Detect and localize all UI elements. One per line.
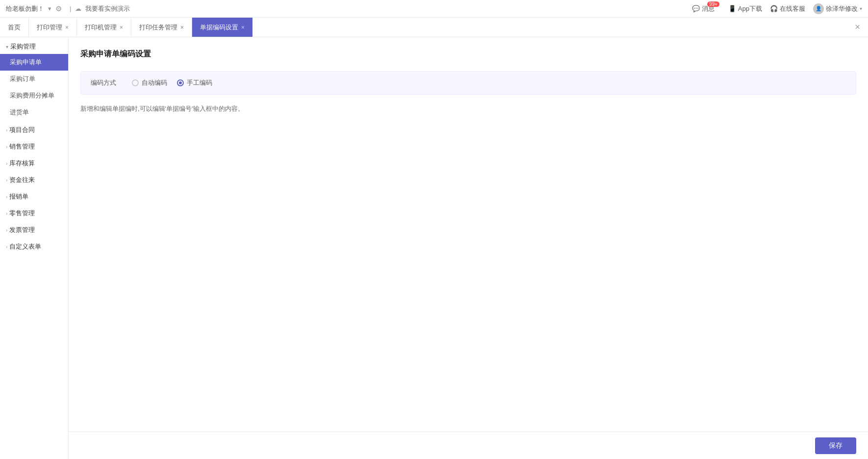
sidebar-group-inventory-label: 库存核算 <box>9 159 35 168</box>
sidebar-group-custom-form-label: 自定义表单 <box>9 242 41 251</box>
tab-single-code-close[interactable]: × <box>241 24 245 31</box>
collapse-arrow-invoice-icon: › <box>6 228 7 233</box>
sidebar-group-invoice-label: 发票管理 <box>9 226 35 234</box>
tab-printer-mgmt-label: 打印机管理 <box>85 23 117 32</box>
headset-icon: 🎧 <box>770 5 778 12</box>
message-icon: 💬 <box>692 5 700 12</box>
sidebar-group-funds: › 资金往来 <box>0 171 68 187</box>
auto-code-label: 自动编码 <box>142 78 167 87</box>
sidebar-group-invoice: › 发票管理 <box>0 221 68 237</box>
demo-icon: ☁ <box>75 5 81 12</box>
sidebar-group-purchase-label: 采购管理 <box>10 42 36 51</box>
message-badge: 99+ <box>707 1 719 7</box>
app-download-label: App下载 <box>738 4 762 13</box>
top-bar-left: 给老板勿删！ ▾ ⚙ | ☁ 我要看实例演示 <box>6 4 130 13</box>
manual-code-option[interactable]: 手工编码 <box>177 78 212 87</box>
sidebar-item-stock-in[interactable]: 进货单 <box>0 104 68 121</box>
demo-link[interactable]: 我要看实例演示 <box>85 4 130 13</box>
coding-method-label: 编码方式 <box>91 78 116 87</box>
tab-single-code[interactable]: 单据编码设置 × <box>192 18 253 37</box>
tab-print-task-close[interactable]: × <box>180 24 184 31</box>
user-dropdown-icon: ▾ <box>860 6 862 11</box>
collapse-arrow-retail-icon: › <box>6 211 7 216</box>
save-button[interactable]: 保存 <box>815 437 856 454</box>
hint-text: 新增和编辑单据编时,可以编辑'单据编号'输入框中的内容。 <box>80 104 856 113</box>
sidebar-group-purchase-title[interactable]: ▾ 采购管理 <box>0 37 68 54</box>
tab-printer-mgmt-close[interactable]: × <box>120 24 123 31</box>
tab-home-label: 首页 <box>8 23 21 32</box>
collapse-arrow-sales-icon: › <box>6 144 7 150</box>
sidebar-item-purchase-expense-label: 采购费用分摊单 <box>10 92 54 99</box>
auto-code-option[interactable]: 自动编码 <box>132 78 167 87</box>
collapse-arrow-custom-icon: › <box>6 244 7 250</box>
sidebar-group-returns-title[interactable]: › 报销单 <box>0 187 68 204</box>
tab-print-mgmt-close[interactable]: × <box>65 24 69 31</box>
sidebar-group-custom-form-title[interactable]: › 自定义表单 <box>0 237 68 254</box>
message-button[interactable]: 💬 消息 99+ <box>692 4 715 13</box>
tab-print-mgmt[interactable]: 打印管理 × <box>29 18 77 37</box>
avatar: 👤 <box>813 3 824 14</box>
sidebar-group-custom-form: › 自定义表单 <box>0 237 68 254</box>
dropdown-arrow-icon[interactable]: ▾ <box>48 5 51 12</box>
sidebar-group-inventory-title[interactable]: › 库存核算 <box>0 154 68 171</box>
auto-code-radio[interactable] <box>132 79 139 86</box>
tab-print-task-label: 打印任务管理 <box>139 23 177 32</box>
sidebar-group-purchase: ▾ 采购管理 采购申请单 采购订单 采购费用分摊单 进货单 <box>0 37 68 121</box>
app-icon: 📱 <box>728 5 736 12</box>
sidebar-group-invoice-title[interactable]: › 发票管理 <box>0 221 68 237</box>
coding-method-radio-group: 自动编码 手工编码 <box>132 78 212 87</box>
sidebar: ▾ 采购管理 采购申请单 采购订单 采购费用分摊单 进货单 › 项目合同 <box>0 37 69 459</box>
app-download-button[interactable]: 📱 App下载 <box>728 4 762 13</box>
sidebar-group-retail: › 零售管理 <box>0 204 68 221</box>
content-area: 采购申请单编码设置 编码方式 自动编码 手工编码 新增和编辑单据编时,可以编辑'… <box>69 37 868 459</box>
sidebar-group-funds-label: 资金往来 <box>9 176 35 184</box>
sidebar-item-purchase-request[interactable]: 采购申请单 <box>0 54 68 71</box>
page-title: 采购申请单编码设置 <box>80 49 856 59</box>
collapse-arrow-icon: ▾ <box>6 44 8 50</box>
sidebar-item-purchase-expense[interactable]: 采购费用分摊单 <box>0 87 68 104</box>
tab-printer-mgmt[interactable]: 打印机管理 × <box>77 18 131 37</box>
user-menu[interactable]: 👤 徐泽华修改 ▾ <box>813 3 862 14</box>
sidebar-item-stock-in-label: 进货单 <box>10 108 29 116</box>
sidebar-item-purchase-order[interactable]: 采购订单 <box>0 71 68 87</box>
customer-service-label: 在线客服 <box>780 4 805 13</box>
gear-icon[interactable]: ⚙ <box>55 4 62 13</box>
content-body: 采购申请单编码设置 编码方式 自动编码 手工编码 新增和编辑单据编时,可以编辑'… <box>69 37 868 432</box>
collapse-arrow-funds-icon: › <box>6 178 7 183</box>
sidebar-group-returns-label: 报销单 <box>9 192 28 201</box>
collapse-arrow-returns-icon: › <box>6 194 7 200</box>
sidebar-group-project-contract-label: 项目合同 <box>9 126 35 134</box>
tab-single-code-label: 单据编码设置 <box>200 23 238 32</box>
collapse-arrow-right-icon: › <box>6 128 7 133</box>
collapse-arrow-inventory-icon: › <box>6 161 7 166</box>
sidebar-group-sales: › 销售管理 <box>0 137 68 154</box>
manual-code-radio[interactable] <box>177 79 184 86</box>
main-layout: ▾ 采购管理 采购申请单 采购订单 采购费用分摊单 进货单 › 项目合同 <box>0 37 868 459</box>
user-name: 徐泽华修改 <box>826 4 858 13</box>
sidebar-group-project-contract: › 项目合同 <box>0 121 68 137</box>
content-footer: 保存 <box>69 432 868 459</box>
top-bar: 给老板勿删！ ▾ ⚙ | ☁ 我要看实例演示 💬 消息 99+ 📱 App下载 … <box>0 0 868 18</box>
coding-method-section: 编码方式 自动编码 手工编码 <box>80 71 856 95</box>
customer-service-button[interactable]: 🎧 在线客服 <box>770 4 805 13</box>
manual-code-label: 手工编码 <box>187 78 212 87</box>
tab-bar: 首页 打印管理 × 打印机管理 × 打印任务管理 × 单据编码设置 × × <box>0 18 868 37</box>
sidebar-item-purchase-request-label: 采购申请单 <box>10 58 42 66</box>
tab-print-task[interactable]: 打印任务管理 × <box>131 18 192 37</box>
sidebar-group-inventory: › 库存核算 <box>0 154 68 171</box>
top-bar-right: 💬 消息 99+ 📱 App下载 🎧 在线客服 👤 徐泽华修改 ▾ <box>692 3 862 14</box>
tab-print-mgmt-label: 打印管理 <box>37 23 62 32</box>
tab-home[interactable]: 首页 <box>0 18 29 37</box>
sidebar-group-returns: › 报销单 <box>0 187 68 204</box>
sidebar-group-project-contract-title[interactable]: › 项目合同 <box>0 121 68 137</box>
sidebar-group-sales-title[interactable]: › 销售管理 <box>0 137 68 154</box>
sidebar-group-sales-label: 销售管理 <box>9 142 35 151</box>
window-close-button[interactable]: × <box>847 18 868 37</box>
sidebar-group-retail-title[interactable]: › 零售管理 <box>0 204 68 221</box>
sidebar-group-retail-label: 零售管理 <box>9 209 35 218</box>
sidebar-item-purchase-order-label: 采购订单 <box>10 75 35 82</box>
sidebar-group-funds-title[interactable]: › 资金往来 <box>0 171 68 187</box>
top-bar-title: 给老板勿删！ <box>6 4 44 13</box>
